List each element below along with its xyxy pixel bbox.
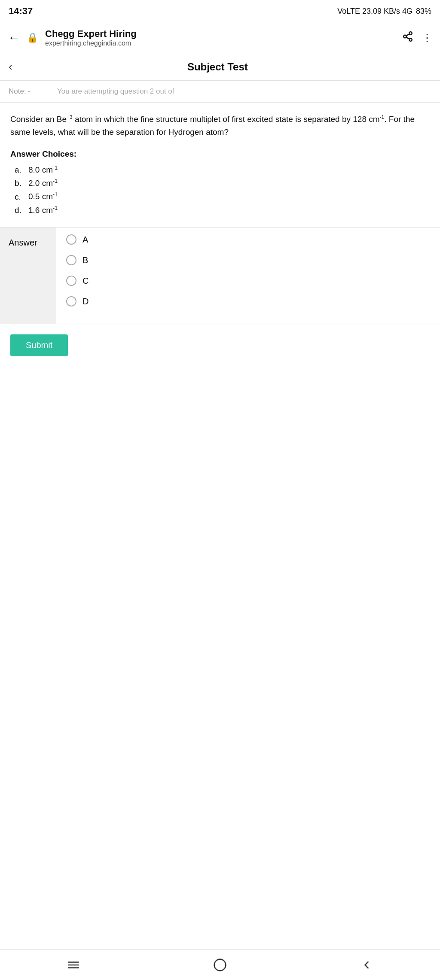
note-text: You are attempting question 2 out of bbox=[57, 87, 174, 96]
choice-item-b: b. 2.0 cm-1 bbox=[15, 178, 430, 188]
browser-site-title: Chegg Expert Hiring bbox=[45, 28, 395, 39]
browser-back-button[interactable]: ← bbox=[8, 31, 20, 45]
choice-list: a. 8.0 cm-1 b. 2.0 cm-1 c. 0.5 cm-1 d. 1… bbox=[10, 165, 430, 215]
more-options-icon[interactable]: ⋮ bbox=[422, 32, 432, 44]
svg-line-4 bbox=[406, 34, 409, 36]
status-time: 14:37 bbox=[9, 6, 33, 17]
lock-icon: 🔒 bbox=[27, 32, 38, 43]
submit-area: Submit bbox=[0, 324, 440, 367]
status-bar: 14:37 VoLTE 23.09 KB/s 4G 83% bbox=[0, 0, 440, 22]
choice-letter-a: a. bbox=[15, 165, 24, 175]
radio-option-d[interactable]: D bbox=[66, 296, 430, 306]
browser-title-group: Chegg Expert Hiring experthiring.cheggin… bbox=[45, 28, 395, 47]
choice-value-d: 1.6 cm-1 bbox=[28, 205, 58, 215]
answer-choices-label: Answer Choices: bbox=[10, 149, 430, 159]
page-title: Subject Test bbox=[21, 61, 414, 73]
choice-item-c: c. 0.5 cm-1 bbox=[15, 191, 430, 201]
radio-label-c: C bbox=[82, 276, 89, 286]
choice-value-c: 0.5 cm-1 bbox=[28, 191, 58, 201]
note-bar: Note: - You are attempting question 2 ou… bbox=[0, 81, 440, 103]
page-back-button[interactable]: ‹ bbox=[9, 60, 12, 73]
radio-circle-a[interactable] bbox=[66, 234, 76, 245]
nav-home-button[interactable] bbox=[207, 952, 233, 978]
answer-section: Answer A B C D bbox=[0, 227, 440, 324]
question-area: Consider an Be+3 atom in which the fine … bbox=[0, 103, 440, 227]
browser-url: experthiring.cheggindia.com bbox=[45, 39, 395, 47]
choice-value-a: 8.0 cm-1 bbox=[28, 165, 58, 175]
nav-menu-button[interactable] bbox=[61, 952, 86, 978]
note-separator bbox=[50, 87, 50, 96]
nav-back-button[interactable] bbox=[354, 952, 379, 978]
question-text: Consider an Be+3 atom in which the fine … bbox=[10, 113, 430, 139]
choice-letter-b: b. bbox=[15, 179, 24, 188]
radio-option-c[interactable]: C bbox=[66, 276, 430, 286]
submit-button[interactable]: Submit bbox=[10, 334, 68, 356]
share-icon[interactable] bbox=[402, 31, 413, 45]
browser-bar: ← 🔒 Chegg Expert Hiring experthiring.che… bbox=[0, 22, 440, 53]
radio-label-b: B bbox=[82, 255, 88, 265]
radio-label-a: A bbox=[82, 235, 88, 245]
answer-options: A B C D bbox=[56, 228, 440, 324]
browser-actions: ⋮ bbox=[402, 31, 432, 45]
choice-letter-c: c. bbox=[15, 192, 24, 202]
radio-circle-b[interactable] bbox=[66, 255, 76, 265]
radio-option-a[interactable]: A bbox=[66, 234, 430, 245]
radio-circle-c[interactable] bbox=[66, 276, 76, 286]
choice-value-b: 2.0 cm-1 bbox=[28, 178, 58, 188]
answer-label: Answer bbox=[0, 228, 56, 324]
choice-letter-d: d. bbox=[15, 206, 24, 215]
status-right: VoLTE 23.09 KB/s 4G 83% bbox=[337, 7, 431, 16]
svg-line-3 bbox=[406, 37, 409, 39]
svg-point-8 bbox=[214, 959, 226, 971]
page-header: ‹ Subject Test bbox=[0, 53, 440, 81]
radio-label-d: D bbox=[82, 297, 89, 306]
note-label: Note: - bbox=[9, 87, 43, 96]
choice-item-d: d. 1.6 cm-1 bbox=[15, 205, 430, 215]
radio-option-b[interactable]: B bbox=[66, 255, 430, 265]
bottom-nav bbox=[0, 949, 440, 980]
status-signal: VoLTE 23.09 KB/s 4G bbox=[337, 7, 412, 16]
choice-item-a: a. 8.0 cm-1 bbox=[15, 165, 430, 175]
radio-circle-d[interactable] bbox=[66, 296, 76, 306]
status-battery: 83% bbox=[416, 7, 431, 16]
